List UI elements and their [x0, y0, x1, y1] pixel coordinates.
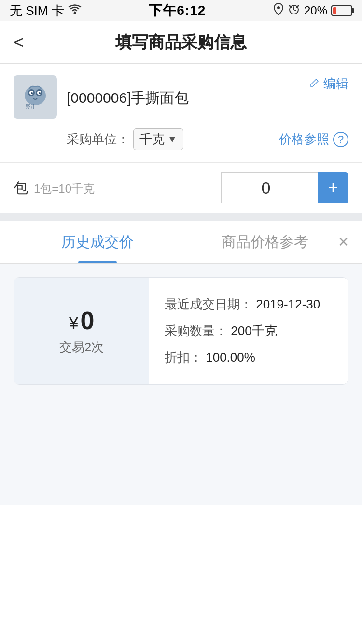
edit-icon [309, 77, 320, 91]
svg-point-0 [73, 12, 76, 14]
battery-icon [331, 5, 352, 16]
history-content: ¥ 0 交易2次 最近成交日期： 2019-12-30 采购数量： 200千克 … [0, 264, 362, 505]
help-icon: ? [333, 132, 348, 147]
purchase-qty-row: 采购数量： 200千克 [165, 322, 333, 340]
recent-date-label: 最近成交日期： [165, 297, 252, 311]
logo-icon: 野计 [21, 80, 50, 114]
tab-close-button[interactable]: × [338, 232, 348, 252]
unit-select[interactable]: 千克 ▼ [133, 128, 183, 150]
edit-button[interactable]: 编辑 [309, 75, 348, 92]
tab-reference-label: 商品价格参考 [222, 232, 308, 252]
edit-label: 编辑 [323, 75, 348, 92]
product-left: 野计 [0000006]手撕面包 [14, 75, 189, 119]
unit-selector-group: 采购单位： 千克 ▼ [67, 128, 183, 150]
discount-value: 100.00% [206, 350, 255, 364]
tab-bar: 历史成交价 商品价格参考 × [0, 221, 362, 264]
quantity-input-group: + [221, 172, 348, 203]
history-price-section: ¥ 0 交易2次 [14, 278, 149, 384]
page-title: 填写商品采购信息 [115, 31, 247, 54]
unit-value: 千克 [139, 131, 165, 148]
location-icon [273, 3, 284, 18]
product-logo: 野计 [14, 75, 57, 119]
bottom-area [0, 505, 362, 644]
tab-active-indicator [78, 261, 117, 263]
quantity-section: 包 1包=10千克 + [0, 162, 362, 213]
battery-percent: 20% [304, 4, 327, 17]
svg-text:野计: 野计 [26, 104, 35, 109]
svg-point-1 [277, 6, 280, 9]
unit-label: 采购单位： [67, 131, 129, 148]
quantity-input[interactable] [221, 172, 318, 203]
status-left: 无 SIM 卡 [10, 2, 82, 19]
wifi-icon [68, 3, 82, 18]
quantity-unit: 包 [14, 178, 28, 198]
status-time: 下午6:12 [149, 1, 206, 20]
product-card: 野计 [0000006]手撕面包 编辑 采购单位： 千克 ▼ [0, 64, 362, 162]
discount-row: 折扣： 100.00% [165, 348, 333, 367]
quantity-plus-button[interactable]: + [318, 172, 348, 203]
price-ref-label: 价格参照 [279, 131, 329, 148]
product-header: 野计 [0000006]手撕面包 编辑 [14, 75, 348, 119]
price-currency: ¥ [69, 313, 79, 334]
back-button[interactable]: < [14, 32, 24, 53]
carrier-text: 无 SIM 卡 [10, 2, 64, 19]
svg-point-8 [31, 92, 33, 94]
tab-history[interactable]: 历史成交价 [14, 221, 181, 263]
quantity-conversion: 1包=10千克 [34, 181, 95, 196]
svg-point-3 [25, 86, 46, 105]
discount-label: 折扣： [165, 350, 202, 364]
status-bar: 无 SIM 卡 下午6:12 20 [0, 0, 362, 21]
product-name: [0000006]手撕面包 [67, 86, 189, 108]
status-right: 20% [273, 3, 352, 18]
nav-bar: < 填写商品采购信息 [0, 21, 362, 64]
price-ref-button[interactable]: 价格参照 ? [279, 131, 348, 148]
purchase-qty-value: 200千克 [231, 323, 277, 338]
price-value: 0 [81, 306, 95, 335]
tab-history-label: 历史成交价 [61, 232, 134, 252]
transaction-count: 交易2次 [59, 339, 104, 356]
tab-reference[interactable]: 商品价格参考 [181, 221, 348, 263]
price-display: ¥ 0 [69, 306, 95, 335]
history-details: 最近成交日期： 2019-12-30 采购数量： 200千克 折扣： 100.0… [149, 278, 348, 384]
section-divider [0, 213, 362, 221]
recent-date-row: 最近成交日期： 2019-12-30 [165, 295, 333, 314]
recent-date-value: 2019-12-30 [256, 297, 320, 311]
alarm-icon [288, 3, 300, 18]
dropdown-arrow-icon: ▼ [167, 134, 177, 145]
quantity-label: 包 1包=10千克 [14, 178, 95, 198]
product-unit-row: 采购单位： 千克 ▼ 价格参照 ? [14, 128, 348, 150]
purchase-qty-label: 采购数量： [165, 323, 227, 338]
svg-point-9 [39, 92, 41, 94]
history-card: ¥ 0 交易2次 最近成交日期： 2019-12-30 采购数量： 200千克 … [14, 277, 348, 385]
